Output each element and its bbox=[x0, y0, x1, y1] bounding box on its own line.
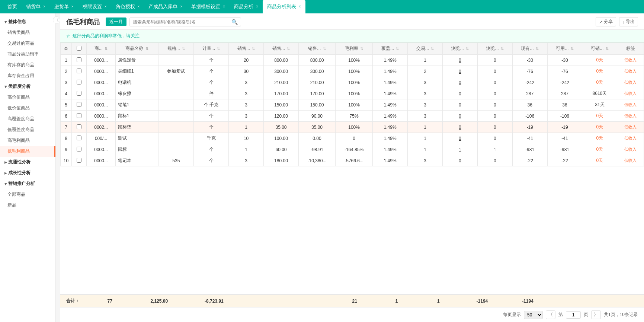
page-size-select[interactable]: 50 100 200 bbox=[524, 311, 543, 319]
nav-sales-order[interactable]: 销货单 × bbox=[22, 0, 50, 13]
row-name: 电话机 bbox=[115, 77, 158, 88]
sidebar-item-traded-goods[interactable]: 交易过的商品 bbox=[0, 38, 55, 49]
nav-close-template[interactable]: × bbox=[223, 0, 225, 13]
row-browse1[interactable]: 1 bbox=[442, 144, 477, 155]
sidebar-item-low-value[interactable]: 低价值商品 bbox=[0, 103, 55, 114]
row-checkbox[interactable] bbox=[72, 77, 87, 88]
nav-template-settings[interactable]: 单据模板设置 × bbox=[187, 0, 230, 13]
col-available[interactable]: 可用... ⇅ bbox=[547, 43, 582, 55]
row-checkbox[interactable] bbox=[72, 111, 87, 122]
nav-purchase-order[interactable]: 进货单 × bbox=[50, 0, 78, 13]
row-browse1[interactable]: 0 bbox=[442, 55, 477, 66]
row-checkbox[interactable] bbox=[72, 66, 87, 77]
row-browse1[interactable]: 0 bbox=[442, 111, 477, 122]
nav-permissions[interactable]: 权限设置 × bbox=[78, 0, 111, 13]
row-browse1[interactable]: 0 bbox=[442, 66, 477, 77]
col-current-stock[interactable]: 现有... ⇅ bbox=[512, 43, 547, 55]
row-checkbox[interactable] bbox=[72, 55, 87, 66]
nav-close-analysis[interactable]: × bbox=[256, 0, 258, 13]
nav-close-purchase[interactable]: × bbox=[71, 0, 74, 13]
col-sales-qty[interactable]: 销售... ⇅ bbox=[229, 43, 264, 55]
row-checkbox[interactable] bbox=[72, 144, 87, 155]
footer-sales-price: 2,125.00 bbox=[144, 299, 174, 304]
col-sellable[interactable]: 可销... ⇅ bbox=[582, 43, 617, 55]
nav-close-analysis-list[interactable]: × bbox=[299, 0, 301, 13]
sidebar-group-general-title[interactable]: ▾ 整体信息 bbox=[0, 16, 55, 27]
share-button[interactable]: ↗ 分享 bbox=[596, 17, 616, 26]
sidebar-group-growth-title[interactable]: ▸ 成长性分析 bbox=[0, 168, 55, 178]
row-browse1[interactable]: 0 bbox=[442, 77, 477, 88]
sidebar-item-stock-goods[interactable]: 有库存的商品 bbox=[0, 60, 55, 70]
col-sales-price[interactable]: 销售... ⇅ bbox=[264, 43, 299, 55]
search-input[interactable] bbox=[133, 19, 230, 25]
page-label: 第 bbox=[558, 312, 563, 318]
next-page-btn[interactable]: 〉 bbox=[591, 310, 601, 319]
nav-close-role[interactable]: × bbox=[138, 0, 140, 13]
footer-total-label: 合计： bbox=[66, 298, 80, 304]
col-spec[interactable]: 规格... ⇅ bbox=[158, 43, 194, 55]
row-sales-price: 120.00 bbox=[264, 111, 299, 122]
col-checkbox-all[interactable] bbox=[72, 43, 87, 55]
row-browse1[interactable]: 0 bbox=[442, 133, 477, 144]
row-browse1[interactable]: 0 bbox=[442, 155, 477, 166]
top-navigation: 首页 销货单 × 进货单 × 权限设置 × 角色授权 × 产成品入库单 × 单据… bbox=[0, 0, 644, 13]
nav-product-analysis-list[interactable]: 商品分析列表 × bbox=[263, 0, 305, 13]
sidebar-item-high-coverage[interactable]: 高覆盖度商品 bbox=[0, 114, 55, 124]
table-row: 5 0000... 铅笔1 个,千克 3 150.00 150.00 100% … bbox=[61, 99, 644, 111]
col-gross-margin[interactable]: 毛利率 ⇅ bbox=[336, 43, 373, 55]
row-sales-amount: 150.00 bbox=[298, 99, 335, 111]
sidebar-collapse-btn[interactable]: 《 bbox=[53, 16, 60, 24]
row-checkbox[interactable] bbox=[72, 155, 87, 166]
sidebar-item-stock-capital[interactable]: 库存资金占用 bbox=[0, 70, 55, 81]
sidebar-item-low-coverage[interactable]: 低覆盖度商品 bbox=[0, 124, 55, 135]
row-browse1[interactable]: 0 bbox=[442, 122, 477, 133]
col-trade[interactable]: 交易... ⇅ bbox=[408, 43, 443, 55]
nav-close-sales[interactable]: × bbox=[43, 0, 45, 13]
row-tag: 低收入 bbox=[617, 88, 644, 99]
nav-product-analysis[interactable]: 商品分析 × bbox=[230, 0, 263, 13]
row-code: 0002... bbox=[87, 122, 115, 133]
row-browse1[interactable]: 0 bbox=[442, 88, 477, 99]
notice-bar: ☆ 这部分商品的利润非常低，请关注 bbox=[60, 30, 644, 42]
sidebar-group-marketing-title[interactable]: ▾ 营销推广分析 bbox=[0, 178, 55, 189]
col-sales-amount[interactable]: 销售... ⇅ bbox=[298, 43, 335, 55]
prev-page-btn[interactable]: 〈 bbox=[546, 310, 555, 319]
col-browse2[interactable]: 浏览... ⇅ bbox=[477, 43, 512, 55]
row-checkbox[interactable] bbox=[72, 122, 87, 133]
sidebar-item-category-rate[interactable]: 商品分类助销率 bbox=[0, 49, 55, 60]
col-tag[interactable]: 标签 bbox=[617, 43, 644, 55]
col-coverage[interactable]: 覆盖... ⇅ bbox=[373, 43, 408, 55]
table-row: 2 0000... 吴细细1 参加复试 个 30 300.00 300.00 1… bbox=[61, 66, 644, 77]
row-unit: 件 bbox=[194, 88, 229, 99]
footer-sales-amount: -8,723.91 bbox=[197, 299, 231, 304]
page-title: 低毛利商品 bbox=[66, 17, 100, 26]
checkbox-all[interactable] bbox=[77, 46, 81, 51]
col-settings[interactable]: ⚙ bbox=[61, 43, 72, 55]
sidebar-group-cluster-title[interactable]: ▾ 类群度分析 bbox=[0, 81, 55, 92]
sidebar-item-sales-goods[interactable]: 销售类商品 bbox=[0, 27, 55, 38]
export-button[interactable]: ↓ 导出 bbox=[619, 17, 638, 26]
row-browse1[interactable]: 0 bbox=[442, 99, 477, 111]
search-icon[interactable]: 🔍 bbox=[231, 19, 238, 25]
row-checkbox[interactable] bbox=[72, 88, 87, 99]
filter-recent-month-btn[interactable]: 近一月 bbox=[106, 17, 126, 26]
sidebar-group-liquidity-title[interactable]: ▸ 流通性分析 bbox=[0, 157, 55, 168]
nav-close-permissions[interactable]: × bbox=[105, 0, 107, 13]
nav-home[interactable]: 首页 bbox=[3, 0, 22, 13]
row-checkbox[interactable] bbox=[72, 133, 87, 144]
col-name[interactable]: 商品名称 ⇅ bbox=[115, 43, 158, 55]
col-unit[interactable]: 计量... ⇅ bbox=[194, 43, 229, 55]
nav-role-auth[interactable]: 角色授权 × bbox=[111, 0, 144, 13]
row-checkbox[interactable] bbox=[72, 99, 87, 111]
sidebar-item-high-value[interactable]: 高价值商品 bbox=[0, 92, 55, 103]
nav-close-product-warehouse[interactable]: × bbox=[180, 0, 182, 13]
col-code[interactable]: 商... ⇅ bbox=[87, 43, 115, 55]
sidebar-item-high-margin[interactable]: 高毛利商品 bbox=[0, 135, 55, 146]
col-browse1[interactable]: 浏览... ⇅ bbox=[442, 43, 477, 55]
page-input[interactable] bbox=[566, 311, 581, 319]
nav-product-warehouse[interactable]: 产成品入库单 × bbox=[144, 0, 187, 13]
row-current-stock: -19 bbox=[512, 122, 547, 133]
sidebar-item-all-goods[interactable]: 全部商品 bbox=[0, 189, 55, 200]
sidebar-item-low-margin[interactable]: 低毛利商品 bbox=[0, 146, 55, 157]
sidebar-item-new-goods[interactable]: 新品 bbox=[0, 200, 55, 211]
